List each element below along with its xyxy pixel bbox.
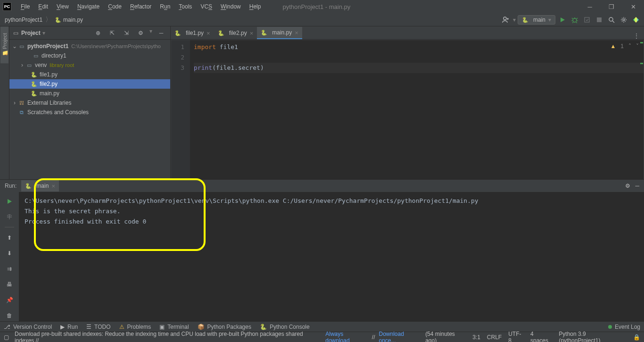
menu-code[interactable]: Code	[104, 1, 125, 12]
menu-view[interactable]: View	[53, 1, 73, 12]
tab-main[interactable]: main.py ×	[257, 27, 302, 39]
problems-icon: ⚠	[119, 324, 124, 330]
pycharm-icon[interactable]	[631, 15, 641, 25]
tab-python-packages[interactable]: 📦Python Packages	[198, 324, 251, 330]
indent-info[interactable]: 4 spaces	[530, 331, 552, 342]
python-interpreter[interactable]: Python 3.9 (pythonProject1)	[559, 331, 627, 342]
tree-external-libs[interactable]: › 𝍒 External Libraries	[9, 98, 170, 108]
tree-item-directory1[interactable]: ▭ directory1	[9, 51, 170, 60]
folder-icon: ▭	[25, 61, 33, 69]
expand-all-icon[interactable]: ⇱	[107, 28, 117, 38]
hide-panels-icon[interactable]: ▢	[4, 334, 9, 341]
folder-icon: ▭	[13, 30, 18, 36]
event-log[interactable]: Event Log	[608, 324, 640, 330]
pin-icon[interactable]: 📌	[4, 295, 15, 306]
lock-icon[interactable]: 🔒	[633, 334, 640, 341]
tab-file1[interactable]: file1.py ×	[171, 27, 214, 39]
coverage-button[interactable]	[582, 15, 592, 25]
layout-down-icon[interactable]: ⬇	[4, 248, 15, 259]
chevron-right-icon[interactable]: ›	[11, 100, 18, 106]
tab-problems[interactable]: ⚠Problems	[119, 324, 151, 330]
tree-project-root[interactable]: ⌄ ▭ pythonProject1 C:\Users\never\Pychar…	[9, 42, 170, 51]
tab-todo[interactable]: ☰TODO	[86, 324, 110, 330]
tree-item-file1[interactable]: 🐍 file1.py	[9, 70, 170, 79]
minimize-button[interactable]: ─	[579, 0, 601, 13]
maximize-button[interactable]: ❐	[601, 0, 622, 13]
run-button[interactable]	[557, 15, 568, 25]
link-always-download[interactable]: Always download	[325, 331, 368, 342]
python-icon	[55, 17, 61, 23]
tab-menu-icon[interactable]: ⋮	[629, 33, 644, 39]
print-icon[interactable]: 🖶	[4, 279, 15, 290]
sidebar-title: Project	[21, 30, 41, 36]
run-config-selector[interactable]: main ▾	[518, 15, 555, 25]
debug-button[interactable]	[570, 15, 580, 25]
menu-window[interactable]: Window	[217, 1, 245, 12]
menu-navigate[interactable]: Navigate	[74, 1, 103, 12]
console-output[interactable]: C:\Users\never\PycharmProjects\pythonPro…	[19, 192, 644, 321]
tree-item-file2[interactable]: 🐍 file2.py	[9, 79, 170, 89]
breadcrumb-project[interactable]: pythonProject1	[5, 17, 42, 23]
menu-run[interactable]: Run	[156, 1, 174, 12]
line-separator[interactable]: CRLF	[487, 334, 502, 341]
chevron-up-icon[interactable]: ˄	[628, 43, 631, 50]
tab-version-control[interactable]: ⎇Version Control	[4, 324, 52, 330]
locate-icon[interactable]: ⊕	[93, 28, 103, 38]
menu-tools[interactable]: Tools	[175, 1, 196, 12]
tab-python-console[interactable]: 🐍Python Console	[260, 324, 310, 330]
gear-icon[interactable]	[619, 15, 629, 25]
soft-wrap-icon[interactable]: ⇉	[4, 263, 15, 274]
menu-refactor[interactable]: Refactor	[126, 1, 155, 12]
play-icon: ▶	[60, 324, 65, 330]
stop-button[interactable]	[4, 211, 15, 222]
close-icon[interactable]: ×	[51, 183, 55, 190]
menu-edit[interactable]: Edit	[34, 1, 52, 12]
folder-icon: ▭	[32, 52, 40, 59]
console-icon: 🐍	[260, 324, 267, 330]
python-icon	[218, 30, 224, 36]
stop-button[interactable]	[594, 15, 604, 25]
chevron-down-icon[interactable]: ⌄	[11, 43, 18, 50]
window-title: pythonProject1 - main.py	[282, 3, 350, 10]
hide-icon[interactable]: ─	[635, 183, 639, 189]
hide-icon[interactable]: ─	[156, 28, 166, 38]
menu-vcs[interactable]: VCS	[197, 1, 216, 12]
collapse-all-icon[interactable]: ⇲	[121, 28, 132, 38]
status-message: Download pre-built shared indexes: Reduc…	[15, 331, 467, 342]
tree-scratches[interactable]: ⧉ Scratches and Consoles	[9, 108, 170, 117]
tree-item-main[interactable]: 🐍 main.py	[9, 89, 170, 98]
menu-help[interactable]: Help	[246, 1, 265, 12]
tab-file2[interactable]: file2.py ×	[214, 27, 257, 39]
chevron-down-icon[interactable]: ˅	[636, 43, 639, 50]
run-toolbar: ⬆ ⬇ ⇉ 🖶 📌 🗑	[0, 192, 19, 321]
menu-file[interactable]: FFileile	[17, 1, 33, 12]
close-icon[interactable]: ×	[250, 30, 254, 37]
layout-up-icon[interactable]: ⬆	[4, 232, 15, 243]
breadcrumb-file[interactable]: main.py	[55, 17, 83, 23]
project-tool-tab[interactable]: 📁 Project	[0, 26, 8, 63]
breadcrumb: pythonProject1 〉 main.py	[5, 16, 83, 24]
python-icon	[261, 29, 267, 36]
file-encoding[interactable]: UTF-8	[508, 331, 524, 342]
caret-position[interactable]: 3:1	[472, 334, 480, 341]
chevron-right-icon[interactable]: ›	[19, 62, 25, 68]
close-icon[interactable]: ×	[295, 29, 298, 36]
close-button[interactable]: ✕	[622, 0, 644, 13]
breadcrumb-sep-icon: 〉	[45, 16, 52, 24]
tab-run[interactable]: ▶Run	[60, 324, 78, 330]
gear-icon[interactable]: ⚙	[135, 28, 146, 38]
python-icon: 🐍	[30, 90, 38, 97]
trash-icon[interactable]: 🗑	[4, 310, 15, 321]
link-download-once[interactable]: Download once...	[379, 331, 422, 342]
rerun-button[interactable]	[4, 196, 15, 207]
run-tab[interactable]: main ×	[21, 180, 59, 192]
tab-terminal[interactable]: ▣Terminal	[159, 324, 189, 330]
scratches-icon: ⧉	[18, 108, 25, 116]
search-icon[interactable]	[606, 15, 617, 25]
add-user-icon[interactable]	[501, 15, 511, 25]
vcs-icon: ⎇	[4, 324, 10, 330]
tree-item-venv[interactable]: › ▭ venv library root	[9, 60, 170, 70]
gear-icon[interactable]: ⚙	[625, 183, 630, 189]
warning-icon[interactable]: ▲	[610, 43, 616, 50]
close-icon[interactable]: ×	[206, 30, 210, 37]
